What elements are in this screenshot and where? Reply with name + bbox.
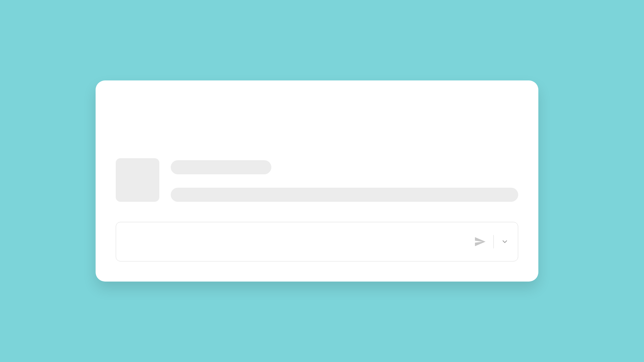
- message-content-skeleton: [171, 188, 518, 202]
- message-body: [171, 158, 518, 202]
- message-row: [116, 158, 518, 202]
- chevron-down-icon: [501, 238, 508, 245]
- chat-card: [96, 80, 538, 282]
- message-input[interactable]: [125, 222, 473, 261]
- divider: [493, 235, 494, 248]
- send-icon: [474, 236, 486, 248]
- send-options-button[interactable]: [500, 237, 510, 247]
- send-button[interactable]: [473, 234, 487, 249]
- composer: [116, 222, 518, 261]
- avatar: [116, 158, 159, 202]
- message-author-skeleton: [171, 160, 271, 174]
- send-cluster: [473, 234, 510, 249]
